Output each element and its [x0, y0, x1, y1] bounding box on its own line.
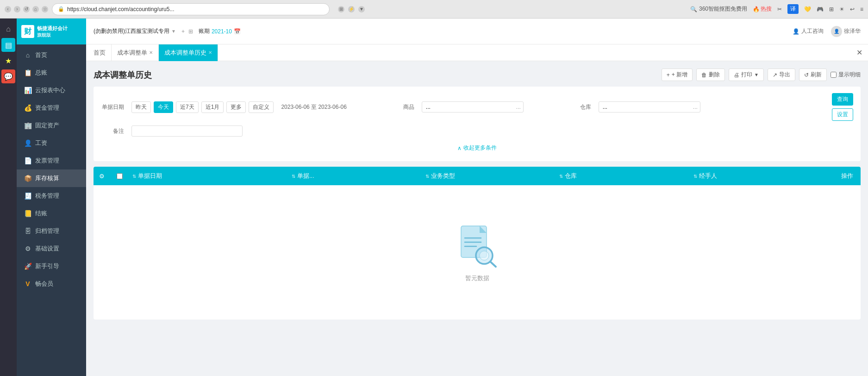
sidebar-label-salary: 工资 — [35, 139, 47, 147]
apps-button[interactable]: ⊞ — [338, 6, 344, 13]
th-biz-type[interactable]: ⇅ 业务类型 — [422, 172, 556, 180]
sidebar-item-inventory[interactable]: 📦 库存核算 — [17, 169, 86, 187]
search-tool[interactable]: 🔍 360智能抠图免费用 — [690, 5, 747, 13]
translate-tool[interactable]: 译 — [787, 4, 799, 14]
sidebar-item-invoice[interactable]: 📄 发票管理 — [17, 152, 86, 169]
sidebar-item-tax[interactable]: 🧾 税务管理 — [17, 187, 86, 205]
star-button[interactable]: ☆ — [42, 6, 48, 13]
avatar: 👤 — [831, 26, 842, 37]
sidebar-item-vip[interactable]: V 畅会员 — [17, 275, 86, 293]
sidebar-item-home[interactable]: ⌂ 首页 — [17, 46, 86, 64]
address-bar[interactable]: 🔒 https://cloud.chanjet.com/accounting/u… — [52, 3, 330, 15]
rail-item-share[interactable]: ★ — [1, 54, 15, 68]
company-selector[interactable]: (勿删勿禁用)江西服宝测试专用 ▼ — [94, 27, 176, 35]
rail-item-active[interactable]: ▤ — [1, 38, 15, 52]
filter-settings-label: 设置 — [837, 111, 848, 119]
refresh-button[interactable]: ↺ 刷新 — [799, 69, 827, 81]
collapse-label: 收起更多条件 — [463, 144, 497, 152]
plus-icon: + — [667, 72, 670, 78]
date-btn-1month[interactable]: 近1月 — [201, 101, 224, 113]
th-date[interactable]: ⇅ 单据日期 — [129, 172, 288, 180]
refresh-icon: ↺ — [804, 72, 809, 78]
th-doc-num[interactable]: ⇅ 单据... — [288, 172, 422, 180]
tab-cost-adjust-history[interactable]: 成本调整单历史 ✕ — [159, 44, 218, 61]
menu-tool[interactable]: ≡ — [860, 6, 863, 13]
sidebar-label-closing: 结账 — [35, 209, 47, 218]
game-tool[interactable]: 🎮 — [817, 6, 824, 13]
th-warehouse[interactable]: ⇅ 仓库 — [556, 172, 689, 180]
sidebar-item-salary[interactable]: 👤 工资 — [17, 134, 86, 152]
export-button[interactable]: ↗ 导出 — [768, 69, 795, 81]
logo-icon: 财 — [21, 25, 34, 38]
undo-tool[interactable]: ↩ — [850, 6, 855, 13]
warehouse-select-wrapper — [599, 101, 700, 113]
forward-button[interactable]: › — [14, 6, 20, 13]
consult-btn[interactable]: 👤 人工咨询 — [793, 27, 824, 35]
browser-chrome: ‹ › ↺ ⌂ ☆ 🔒 https://cloud.chanjet.com/ac… — [0, 0, 868, 19]
apps-btn[interactable]: ⊞ — [188, 28, 193, 35]
th-biz-label: 业务类型 — [431, 172, 455, 180]
page-content: 成本调整单历史 + + 新增 🗑 删除 🖨 打印 ▼ — [86, 61, 868, 376]
back-button[interactable]: ‹ — [5, 6, 11, 13]
period-value: 2021-10 — [212, 28, 232, 35]
grid-tool[interactable]: ⊞ — [829, 6, 834, 13]
sidebar-item-guide[interactable]: 🚀 新手引导 — [17, 257, 86, 275]
show-bright-checkbox[interactable]: 显示明细 — [831, 71, 861, 79]
closing-icon: 📒 — [24, 210, 31, 217]
th-handler[interactable]: ⇅ 经手人 — [690, 172, 824, 180]
browser-nav-buttons: ‹ › ↺ ⌂ ☆ — [5, 6, 48, 13]
tab-cost-adjust[interactable]: 成本调整单 ✕ — [112, 44, 159, 61]
query-button[interactable]: 查询 — [832, 93, 853, 106]
sidebar-item-settings[interactable]: ⚙ 基础设置 — [17, 240, 86, 257]
filter-settings-button[interactable]: 设置 — [832, 108, 853, 121]
sidebar-label-tax: 税务管理 — [35, 192, 59, 200]
sort-icon-doc: ⇅ — [292, 174, 295, 179]
sidebar-item-closing[interactable]: 📒 结账 — [17, 205, 86, 222]
add-tab-btn[interactable]: + — [181, 28, 185, 35]
sidebar-item-archive[interactable]: 🗄 归档管理 — [17, 222, 86, 240]
delete-button[interactable]: 🗑 删除 — [696, 69, 725, 81]
top-bar: (勿删勿禁用)江西服宝测试专用 ▼ + ⊞ 账期 2021-10 📅 👤 人工咨… — [86, 19, 868, 44]
sidebar-item-assets[interactable]: 🏢 固定资产 — [17, 117, 86, 134]
sidebar-label-guide: 新手引导 — [35, 262, 59, 270]
table-select-all[interactable] — [110, 173, 129, 179]
tab-cost-adjust-history-close[interactable]: ✕ — [208, 50, 212, 55]
product-select[interactable] — [422, 101, 524, 113]
lightning-button[interactable]: ⚡ — [348, 6, 355, 13]
collapse-btn[interactable]: ∧ 收起更多条件 — [101, 141, 853, 155]
tab-cost-adjust-close[interactable]: ✕ — [149, 50, 153, 55]
print-button[interactable]: 🖨 打印 ▼ — [729, 69, 764, 81]
remark-input[interactable] — [131, 125, 243, 137]
sidebar-item-finance[interactable]: 💰 资金管理 — [17, 99, 86, 117]
tab-home[interactable]: 首页 — [88, 44, 112, 61]
window-close-btn[interactable]: ✕ — [851, 48, 868, 57]
sidebar-label-settings: 基础设置 — [35, 244, 59, 253]
select-all-checkbox[interactable] — [117, 173, 123, 179]
app-sub: 旗舰版 — [37, 32, 68, 38]
show-bright-input[interactable] — [831, 72, 837, 78]
date-btn-yesterday[interactable]: 昨天 — [131, 101, 151, 113]
refresh-button[interactable]: ↺ — [23, 6, 30, 13]
new-label: + 新增 — [672, 71, 687, 79]
home-button[interactable]: ⌂ — [32, 6, 39, 13]
rail-item-home[interactable]: ⌂ — [1, 22, 15, 36]
scissors-tool[interactable]: ✂ — [777, 6, 782, 13]
date-btn-custom[interactable]: 自定义 — [249, 101, 274, 113]
rail-item-chat[interactable]: 💬 — [1, 69, 15, 83]
date-btn-more[interactable]: 更多 — [226, 101, 246, 113]
new-button[interactable]: + + 新增 — [662, 69, 693, 81]
dropdown-button[interactable]: ▼ — [358, 6, 365, 13]
user-menu[interactable]: 👤 徐泽华 — [831, 26, 861, 37]
date-btn-today[interactable]: 今天 — [154, 101, 173, 113]
print-dropdown-icon: ▼ — [754, 72, 759, 77]
date-btn-7days[interactable]: 近7天 — [176, 101, 199, 113]
calendar-icon[interactable]: 📅 — [234, 28, 241, 35]
brightness-tool[interactable]: ☀ — [839, 6, 844, 13]
top-bar-left: (勿删勿禁用)江西服宝测试专用 ▼ + ⊞ 账期 2021-10 📅 — [94, 27, 241, 35]
table-settings-btn[interactable]: ⚙ — [94, 173, 110, 180]
sidebar-item-ledger[interactable]: 📋 总账 — [17, 64, 86, 81]
query-settings-group: 查询 设置 — [832, 93, 853, 121]
warehouse-select[interactable] — [599, 101, 700, 113]
sidebar-item-reports[interactable]: 📊 云报表中心 — [17, 81, 86, 99]
wallet-tool[interactable]: 💛 — [804, 6, 811, 13]
